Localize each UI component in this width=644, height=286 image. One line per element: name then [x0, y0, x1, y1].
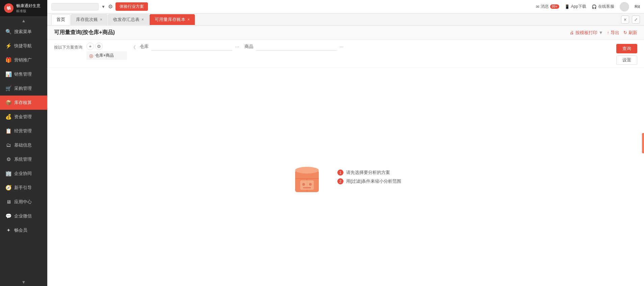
tab-inventory-batch-close[interactable]: ×	[100, 17, 102, 22]
inventory-icon: 📦	[5, 100, 11, 106]
app-download-item[interactable]: 📱 App下载	[565, 4, 586, 9]
warehouse-label: 仓库	[140, 44, 149, 50]
collapse-filter-btn[interactable]: 《	[131, 43, 136, 51]
product-more-icon[interactable]: ···	[340, 44, 344, 49]
tab-inventory-summary-close[interactable]: ×	[141, 17, 144, 22]
user-avatar[interactable]	[620, 2, 629, 11]
topbar-search-input[interactable]	[51, 3, 99, 10]
query-btn[interactable]: 查询	[616, 44, 637, 53]
sidebar-item-label: 采购管理	[14, 85, 32, 92]
user-name: Rit	[635, 4, 640, 9]
tab-inventory-batch[interactable]: 库存批次账 ×	[71, 14, 107, 25]
sidebar-header: 畅 畅康通好生意 标准版	[0, 0, 47, 17]
sidebar-item-system[interactable]: ⚙ 系统管理	[0, 152, 47, 166]
cart-icon: 🛒	[5, 85, 11, 92]
hint-text-1: 请先选择要分析的方案	[346, 170, 390, 176]
message-badge: 99+	[550, 4, 559, 9]
wechat-icon: 💬	[5, 213, 11, 219]
tab-inventory-summary-label: 收发存汇总表	[113, 17, 139, 23]
sidebar-item-wechat[interactable]: 💬 企业微信	[0, 209, 47, 223]
operation-icon: 📋	[5, 128, 11, 134]
tabs-close-all-btn[interactable]: ×	[621, 16, 629, 24]
product-input[interactable]	[256, 43, 337, 51]
add-scheme-btn[interactable]: +	[86, 43, 94, 50]
sidebar-item-label: 资金管理	[14, 114, 32, 120]
scheme-item-warehouse-product[interactable]: ◎ 仓库+商品	[86, 51, 127, 60]
empty-illustration	[290, 160, 324, 194]
sidebar-item-label: 新手引导	[14, 185, 32, 191]
sidebar-scroll-up[interactable]: ▲	[0, 17, 47, 25]
sidebar-item-label: 营销推广	[14, 57, 32, 63]
tab-home[interactable]: 首页	[51, 14, 70, 25]
sidebar-item-member[interactable]: ✦ 畅会员	[0, 223, 47, 237]
tabs-bar: 首页 库存批次账 × 收发存汇总表 × 可用量库存账本 × × ⤢	[47, 14, 644, 26]
sidebar-item-marketing[interactable]: 🎁 营销推广	[0, 53, 47, 67]
sidebar-item-finance[interactable]: 💰 资金管理	[0, 110, 47, 124]
tab-available-ledger[interactable]: 可用量库存账本 ×	[150, 14, 195, 25]
topbar: ▼ ⚙ 体验行业方案 ✉ 消息 99+ 📱 App下载 🎧 在线客服 Rit	[47, 0, 644, 14]
sidebar-brand: 畅康通好生意 标准版	[16, 3, 41, 13]
refresh-btn[interactable]: ↻ 刷新	[623, 30, 637, 36]
export-btn[interactable]: ↑ 导出	[607, 30, 620, 36]
sidebar-item-basic[interactable]: 🗂 基础信息	[0, 138, 47, 152]
empty-state-inner: 1 请先选择要分析的方案 2 用[过滤]条件来缩小分析范围	[290, 160, 401, 194]
filter-field-product: 商品 ···	[244, 43, 344, 51]
sidebar-item-label: 企业协同	[14, 171, 32, 177]
brand-edition: 标准版	[16, 9, 41, 13]
sidebar-scroll-down[interactable]: ▼	[0, 278, 47, 286]
print-dropdown-icon[interactable]: ▼	[599, 30, 603, 35]
system-icon: ⚙	[5, 156, 11, 162]
sidebar-item-label: 经营管理	[14, 128, 32, 134]
page-header: 可用量查询(按仓库+商品) 🖨 按模板打印 ▼ ↑ 导出 ↻ 刷新	[47, 26, 644, 40]
print-btn[interactable]: 🖨 按模板打印 ▼	[570, 30, 603, 36]
right-scroll-indicator	[642, 133, 644, 153]
sidebar-item-label: 基础信息	[14, 142, 32, 148]
shortcut-icon: ⚡	[5, 43, 11, 49]
filter-fields: 仓库 ··· 商品 ···	[140, 43, 612, 51]
scheme-item-icon: ◎	[89, 53, 93, 58]
sidebar-item-purchase[interactable]: 🛒 采购管理	[0, 81, 47, 96]
guide-icon: 🧭	[5, 185, 11, 191]
sidebar-item-enterprise[interactable]: 🏢 企业协同	[0, 166, 47, 181]
online-service-item[interactable]: 🎧 在线客服	[592, 4, 614, 9]
filter-row-1: 仓库 ··· 商品 ···	[140, 43, 612, 51]
sidebar-item-operation[interactable]: 📋 经营管理	[0, 124, 47, 138]
scheme-settings-btn[interactable]: ⚙	[95, 43, 103, 50]
sidebar-item-sales[interactable]: 📊 销售管理	[0, 67, 47, 81]
message-label: 消息	[541, 4, 549, 9]
sidebar-item-label: 系统管理	[14, 156, 32, 162]
search-icon: 🔍	[5, 29, 11, 35]
box-svg	[290, 160, 327, 197]
warehouse-input[interactable]	[151, 43, 232, 51]
hint-text-2: 用[过滤]条件来缩小分析范围	[346, 178, 401, 184]
sidebar-item-shortcut[interactable]: ⚡ 快捷导航	[0, 39, 47, 53]
sidebar-item-guide[interactable]: 🧭 新手引导	[0, 181, 47, 195]
warehouse-more-icon[interactable]: ···	[235, 44, 239, 49]
tab-inventory-summary[interactable]: 收发存汇总表 ×	[108, 14, 149, 25]
hint-item-2: 2 用[过滤]条件来缩小分析范围	[337, 178, 401, 184]
industry-btn[interactable]: 体验行业方案	[115, 2, 148, 11]
sidebar-item-label: 应用中心	[14, 199, 32, 205]
tab-available-ledger-close[interactable]: ×	[187, 17, 190, 22]
svg-point-6	[309, 183, 312, 186]
phone-icon: 📱	[565, 4, 570, 9]
tabs-expand-btn[interactable]: ⤢	[632, 16, 640, 24]
settings-btn[interactable]: 设置	[616, 55, 637, 65]
tab-home-label: 首页	[56, 17, 65, 23]
sidebar-item-inventory[interactable]: 📦 库存核算	[0, 96, 47, 110]
member-icon: ✦	[5, 227, 11, 233]
message-item[interactable]: ✉ 消息 99+	[536, 4, 559, 9]
hint-item-1: 1 请先选择要分析的方案	[337, 170, 401, 176]
svg-rect-7	[303, 187, 311, 188]
sidebar-item-app[interactable]: 🖥 应用中心	[0, 195, 47, 209]
svg-point-5	[302, 183, 305, 186]
topbar-dropdown-icon[interactable]: ▼	[101, 4, 105, 9]
gift-icon: 🎁	[5, 57, 11, 63]
sidebar-item-label: 销售管理	[14, 71, 32, 77]
content-area: 可用量查询(按仓库+商品) 🖨 按模板打印 ▼ ↑ 导出 ↻ 刷新 按以下方案	[47, 26, 644, 286]
svg-point-1	[295, 167, 319, 174]
page-title: 可用量查询(按仓库+商品)	[54, 29, 115, 36]
topbar-settings-icon[interactable]: ⚙	[108, 3, 113, 10]
sidebar-item-search[interactable]: 🔍 搜索菜单	[0, 25, 47, 39]
hint-num-1: 1	[337, 170, 343, 176]
